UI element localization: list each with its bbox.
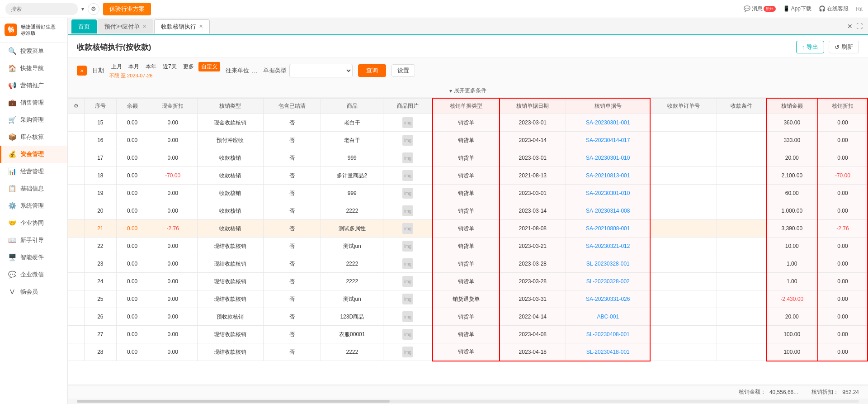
- table-cell: [717, 132, 766, 149]
- query-button[interactable]: 查询: [358, 64, 386, 77]
- app-download-link[interactable]: 📱 App下载: [783, 5, 811, 13]
- table-cell: 27: [85, 326, 117, 343]
- table-cell[interactable]: SL-20230328-001: [566, 255, 651, 273]
- settings-icon[interactable]: ⚙: [88, 3, 99, 15]
- tab-maximize-button[interactable]: ⛶: [856, 23, 863, 30]
- table-cell: -2.76: [818, 220, 868, 238]
- bill-type-select[interactable]: [289, 64, 353, 77]
- tab-prepay-close-icon[interactable]: ✕: [142, 24, 146, 29]
- tab-verify[interactable]: 收款核销执行 ✕: [154, 19, 210, 33]
- table-cell[interactable]: SA-20230301-010: [566, 149, 651, 167]
- tab-prepay[interactable]: 预付冲应付单 ✕: [98, 19, 153, 33]
- sidebar-item-search[interactable]: 🔍 搜索菜单: [0, 43, 67, 60]
- filter-setting-button[interactable]: 设置: [392, 64, 415, 77]
- industry-button[interactable]: 休验行业方案: [103, 3, 151, 15]
- table-cell: 0.00: [818, 114, 868, 132]
- date-btn-this-month[interactable]: 本月: [127, 62, 141, 71]
- table-cell[interactable]: SA-20230331-026: [566, 290, 651, 308]
- table-cell: 测试jun: [321, 290, 383, 308]
- scroll-thumb[interactable]: [77, 400, 390, 403]
- sidebar-item-purchase[interactable]: 🛒 采购管理: [0, 111, 67, 128]
- horizontal-scrollbar[interactable]: [68, 399, 868, 404]
- table-cell: 0.00: [818, 185, 868, 202]
- sidebar-item-guide[interactable]: 📖 新手引导: [0, 232, 67, 249]
- tab-verify-label: 收款核销执行: [161, 23, 196, 31]
- table-cell[interactable]: SL-20230418-001: [566, 343, 651, 361]
- table-cell[interactable]: SA-20210808-001: [566, 220, 651, 238]
- expand-more-row[interactable]: ▾ 展开更多条件: [68, 84, 868, 98]
- data-table: ⚙ 序号 余额 现金折扣 核销类型 包含已结清 商品 商品图片 核销单据类型 核…: [68, 98, 868, 361]
- filter-expand-button[interactable]: »: [77, 66, 87, 76]
- table-cell: [717, 290, 766, 308]
- table-cell[interactable]: SA-20230414-017: [566, 132, 651, 149]
- table-cell[interactable]: SA-20210813-001: [566, 167, 651, 185]
- sidebar-logo: 畅 畅捷通谱好生意标准版: [0, 18, 67, 43]
- table-cell: 100.00: [766, 326, 818, 343]
- partner-dots[interactable]: ...: [252, 67, 258, 75]
- sidebar-item-marketing[interactable]: 📢 营销推广: [0, 77, 67, 94]
- table-cell: 999: [321, 149, 383, 167]
- table-cell: 测试jun: [321, 238, 383, 255]
- col-num: 序号: [85, 98, 117, 114]
- goods-img-cell: img: [383, 308, 433, 326]
- sidebar-item-vip[interactable]: V 畅会员: [0, 283, 67, 300]
- table-cell[interactable]: SA-20230314-008: [566, 202, 651, 220]
- service-link[interactable]: 🎧 在线客服: [819, 5, 849, 13]
- date-btn-last-month[interactable]: 上月: [109, 62, 124, 71]
- sidebar-item-basic[interactable]: 📋 基础信息: [0, 180, 67, 197]
- finance-icon: 💰: [8, 150, 17, 158]
- date-btn-more[interactable]: 更多: [181, 62, 196, 71]
- date-btn-custom[interactable]: 自定义: [198, 62, 220, 71]
- date-btn-this-year[interactable]: 本年: [144, 62, 158, 71]
- sidebar-item-system[interactable]: ⚙️ 系统管理: [0, 197, 67, 214]
- search-input[interactable]: [5, 3, 78, 15]
- date-btn-7days[interactable]: 近7天: [161, 62, 179, 71]
- table-cell: 0.00: [116, 132, 148, 149]
- table-cell: [717, 185, 766, 202]
- table-cell: 1,000.00: [766, 202, 818, 220]
- refresh-button[interactable]: ↺ 刷新: [829, 41, 859, 53]
- table-container[interactable]: ⚙ 序号 余额 现金折扣 核销类型 包含已结清 商品 商品图片 核销单据类型 核…: [68, 98, 868, 385]
- table-cell: [717, 308, 766, 326]
- table-cell[interactable]: SA-20230301-010: [566, 185, 651, 202]
- col-balance: 余额: [116, 98, 148, 114]
- sidebar-item-wechat[interactable]: 💬 企业微信: [0, 266, 67, 283]
- table-cell: 1.00: [766, 255, 818, 273]
- sidebar-item-hardware[interactable]: 🖥️ 智能硬件: [0, 249, 67, 266]
- table-cell: 否: [264, 114, 321, 132]
- sidebar-item-corp[interactable]: 🤝 企业协同: [0, 214, 67, 232]
- sidebar-item-inventory[interactable]: 📦 库存核算: [0, 128, 67, 146]
- table-cell: 0.00: [818, 290, 868, 308]
- tab-home[interactable]: 首页: [71, 19, 97, 33]
- sidebar-item-sales[interactable]: 💼 销售管理: [0, 94, 67, 111]
- sidebar-item-finance[interactable]: 💰 资金管理: [0, 146, 67, 163]
- sidebar-item-shortcut[interactable]: 🏠 快捷导航: [0, 60, 67, 77]
- export-icon: ↑: [802, 44, 805, 51]
- table-cell: 999: [321, 185, 383, 202]
- dropdown-chevron-icon[interactable]: ▾: [81, 6, 84, 12]
- table-cell: 22: [85, 238, 117, 255]
- goods-img-cell: img: [383, 255, 433, 273]
- table-cell: 否: [264, 238, 321, 255]
- sidebar-item-business[interactable]: 📊 经营管理: [0, 163, 67, 180]
- table-cell: 2023-03-01: [500, 185, 566, 202]
- table-cell: 20: [85, 202, 117, 220]
- table-cell[interactable]: SL-20230408-001: [566, 326, 651, 343]
- goods-img-cell: img: [383, 343, 433, 361]
- table-cell: 现结收款核销: [197, 273, 263, 290]
- table-cell[interactable]: SL-20230328-002: [566, 273, 651, 290]
- export-button[interactable]: ↑ 导出: [796, 41, 825, 53]
- table-cell: 0.00: [116, 149, 148, 167]
- tab-verify-close-icon[interactable]: ✕: [199, 24, 203, 29]
- table-cell: 3,390.00: [766, 220, 818, 238]
- user-label[interactable]: Rit: [856, 6, 863, 12]
- tab-close-button[interactable]: ✕: [847, 23, 853, 30]
- table-cell[interactable]: SA-20230301-001: [566, 114, 651, 132]
- message-link[interactable]: 💬 消息99+: [744, 5, 776, 13]
- table-cell[interactable]: ABC-001: [566, 308, 651, 326]
- expand-more-label: 展开更多条件: [454, 87, 486, 95]
- table-cell[interactable]: SA-20230321-012: [566, 238, 651, 255]
- table-cell: 0.00: [148, 273, 197, 290]
- table-cell: 2021-08-13: [500, 167, 566, 185]
- top-bar-left: ▾ ⚙ 休验行业方案: [5, 3, 740, 15]
